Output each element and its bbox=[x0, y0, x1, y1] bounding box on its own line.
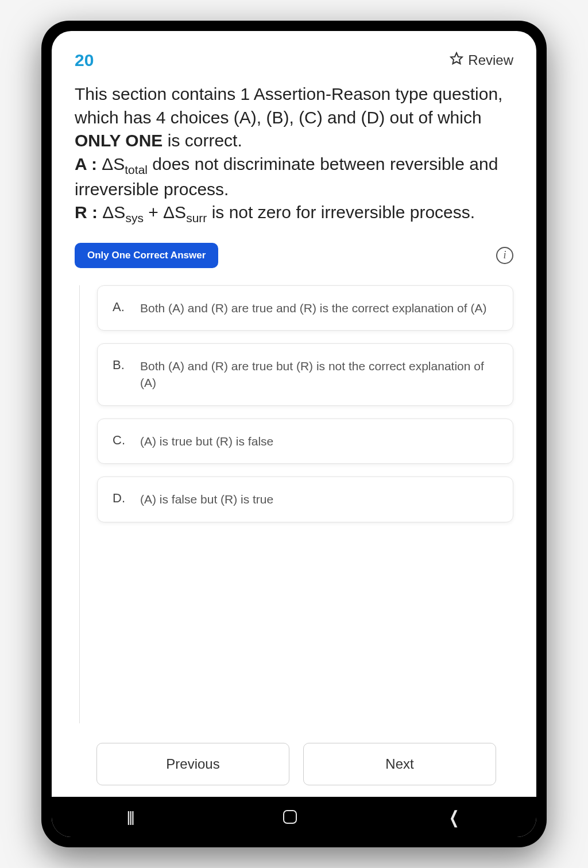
info-icon[interactable]: i bbox=[496, 247, 513, 264]
option-letter: B. bbox=[113, 358, 129, 373]
question-number: 20 bbox=[75, 51, 94, 70]
option-text: (A) is false but (R) is true bbox=[140, 491, 273, 507]
next-button[interactable]: Next bbox=[303, 743, 496, 785]
answer-type-badge: Only One Correct Answer bbox=[75, 243, 218, 268]
option-c[interactable]: C. (A) is true but (R) is false bbox=[97, 418, 513, 464]
option-text: (A) is true but (R) is false bbox=[140, 433, 273, 450]
svg-marker-0 bbox=[451, 53, 462, 64]
badge-row: Only One Correct Answer i bbox=[75, 243, 513, 268]
content-area: 20 Review This section contains 1 Assert… bbox=[52, 31, 536, 797]
option-a[interactable]: A. Both (A) and (R) are true and (R) is … bbox=[97, 285, 513, 331]
option-letter: A. bbox=[113, 300, 129, 315]
review-label: Review bbox=[468, 52, 513, 68]
home-icon[interactable] bbox=[283, 810, 297, 824]
top-bar: 20 Review bbox=[75, 51, 513, 70]
options-list: A. Both (A) and (R) are true and (R) is … bbox=[79, 285, 513, 723]
review-button[interactable]: Review bbox=[450, 52, 513, 69]
star-icon bbox=[450, 52, 463, 69]
option-d[interactable]: D. (A) is false but (R) is true bbox=[97, 476, 513, 522]
previous-button[interactable]: Previous bbox=[96, 743, 289, 785]
option-text: Both (A) and (R) are true and (R) is the… bbox=[140, 300, 486, 316]
back-icon[interactable]: ❮ bbox=[449, 807, 459, 827]
phone-frame: 20 Review This section contains 1 Assert… bbox=[41, 21, 547, 847]
option-letter: C. bbox=[113, 433, 129, 448]
recents-icon[interactable]: ||| bbox=[127, 808, 133, 826]
option-b[interactable]: B. Both (A) and (R) are true but (R) is … bbox=[97, 343, 513, 406]
screen: 20 Review This section contains 1 Assert… bbox=[52, 31, 536, 837]
option-letter: D. bbox=[113, 491, 129, 506]
nav-buttons: Previous Next bbox=[75, 743, 513, 785]
option-text: Both (A) and (R) are true but (R) is not… bbox=[140, 358, 498, 392]
android-nav-bar: ||| ❮ bbox=[52, 797, 536, 837]
question-text: This section contains 1 Assertion-Reason… bbox=[75, 83, 513, 227]
